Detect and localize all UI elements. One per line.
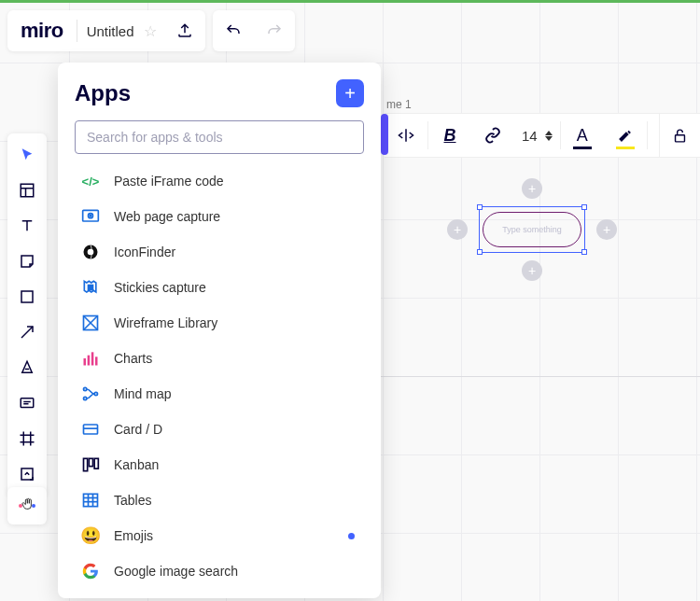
- svg-rect-27: [91, 352, 94, 365]
- apps-panel: Apps + </> Paste iFrame code Web page ca…: [58, 63, 381, 598]
- shape-placeholder: Type something: [502, 225, 562, 234]
- svg-rect-15: [21, 468, 33, 480]
- highlight-button[interactable]: [604, 113, 647, 158]
- arrow-tool[interactable]: [7, 314, 47, 350]
- svg-rect-37: [84, 494, 98, 506]
- stickies-icon: [80, 277, 101, 298]
- app-stickies[interactable]: Stickies capture: [75, 270, 364, 305]
- connector-bottom[interactable]: +: [522, 260, 542, 281]
- svg-point-29: [84, 387, 87, 390]
- resize-handle-bl[interactable]: [477, 249, 483, 255]
- svg-rect-8: [21, 398, 34, 408]
- text-tool[interactable]: [7, 208, 47, 244]
- connector-right[interactable]: +: [596, 219, 617, 240]
- app-google-image[interactable]: Google image search: [75, 553, 364, 589]
- apps-list: </> Paste iFrame code Web page capture I…: [75, 163, 364, 589]
- link-button[interactable]: [471, 113, 514, 158]
- svg-rect-21: [89, 286, 93, 290]
- kanban-icon: [80, 454, 101, 475]
- svg-rect-36: [94, 458, 98, 468]
- svg-line-6: [21, 327, 33, 338]
- redo-button[interactable]: [254, 10, 295, 51]
- resize-handle-tl[interactable]: [477, 204, 483, 210]
- connector-top[interactable]: +: [522, 178, 542, 199]
- svg-point-31: [94, 392, 97, 395]
- export-button[interactable]: [164, 10, 205, 51]
- svg-rect-0: [21, 184, 34, 197]
- highlight-swatch: [616, 147, 635, 149]
- star-icon[interactable]: ☆: [144, 22, 164, 40]
- apps-title: Apps: [75, 80, 131, 106]
- add-app-button[interactable]: +: [336, 79, 364, 107]
- app-iconfinder[interactable]: IconFinder: [75, 234, 364, 270]
- font-size-stepper[interactable]: [545, 131, 553, 141]
- board-title[interactable]: Untitled: [77, 23, 144, 39]
- svg-rect-35: [89, 458, 92, 466]
- mindmap-icon: [80, 384, 101, 404]
- new-dot: [348, 533, 355, 539]
- app-emojis[interactable]: 😃 Emojis: [75, 518, 364, 553]
- webcapture-icon: [80, 206, 101, 227]
- history-box: [213, 10, 295, 51]
- resize-handle-tr[interactable]: [581, 204, 587, 210]
- app-tables[interactable]: Tables: [75, 482, 364, 518]
- shape-pill[interactable]: Type something: [483, 212, 581, 247]
- font-size-down[interactable]: [545, 136, 553, 141]
- svg-point-20: [88, 249, 94, 256]
- lock-button[interactable]: [659, 113, 700, 158]
- bold-button[interactable]: B: [428, 113, 471, 158]
- selection-edge-handle[interactable]: [381, 114, 388, 155]
- app-card[interactable]: Card / D: [75, 412, 364, 447]
- comment-tool[interactable]: [7, 385, 47, 421]
- search-input[interactable]: [75, 120, 364, 154]
- frame-label[interactable]: me 1: [386, 98, 412, 111]
- svg-rect-28: [95, 356, 98, 365]
- wireframe-icon: [80, 313, 101, 333]
- app-kanban[interactable]: Kanban: [75, 447, 364, 482]
- text-color-swatch: [573, 147, 592, 149]
- app-iframe[interactable]: </> Paste iFrame code: [75, 163, 364, 199]
- svg-rect-34: [84, 458, 88, 470]
- svg-point-18: [90, 215, 91, 217]
- svg-rect-43: [676, 134, 685, 141]
- select-tool[interactable]: [7, 137, 47, 173]
- svg-rect-5: [21, 291, 33, 302]
- top-bar: miro Untitled ☆: [7, 10, 295, 51]
- pen-tool[interactable]: [7, 350, 47, 385]
- miro-logo[interactable]: miro: [7, 19, 77, 43]
- context-toolbar: B 14 A: [385, 113, 700, 158]
- title-box: miro Untitled ☆: [7, 10, 205, 51]
- svg-rect-26: [88, 356, 91, 366]
- svg-rect-25: [84, 358, 87, 366]
- iconfinder-icon: [80, 242, 101, 262]
- google-icon: [80, 561, 101, 581]
- connector-left[interactable]: +: [447, 219, 468, 240]
- undo-button[interactable]: [213, 10, 254, 51]
- app-charts[interactable]: Charts: [75, 341, 364, 376]
- frame-tool[interactable]: [7, 421, 47, 456]
- iframe-icon: </>: [80, 171, 101, 191]
- templates-tool[interactable]: [7, 173, 47, 208]
- emojis-icon: 😃: [80, 525, 101, 546]
- font-size-value[interactable]: 14: [514, 128, 545, 144]
- divider: [647, 121, 648, 149]
- svg-point-30: [84, 397, 87, 399]
- charts-icon: [80, 348, 101, 369]
- app-mindmap[interactable]: Mind map: [75, 376, 364, 412]
- left-toolbar: [7, 133, 47, 496]
- shape-tool[interactable]: [7, 279, 47, 314]
- app-webcapture[interactable]: Web page capture: [75, 199, 364, 234]
- more-tools-button[interactable]: [7, 487, 47, 524]
- app-wireframe[interactable]: Wireframe Library: [75, 305, 364, 341]
- cursor-hand-icon: [21, 496, 35, 514]
- sticky-tool[interactable]: [7, 244, 47, 279]
- align-button[interactable]: [385, 113, 427, 158]
- card-icon: [80, 419, 101, 440]
- font-size-up[interactable]: [545, 131, 553, 135]
- text-color-button[interactable]: A: [561, 113, 604, 158]
- resize-handle-br[interactable]: [581, 249, 587, 255]
- tables-icon: [80, 490, 101, 510]
